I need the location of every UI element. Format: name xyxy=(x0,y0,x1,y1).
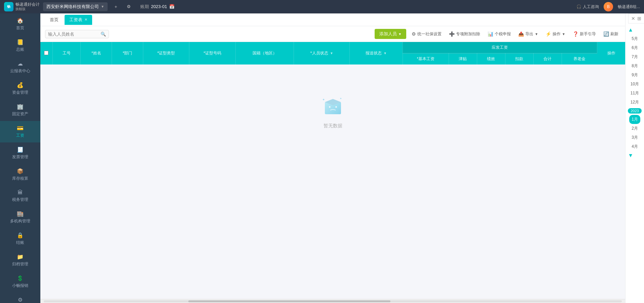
ledger-icon: 📒 xyxy=(17,39,24,45)
sidebar-item-invoice[interactable]: 🧾 发票管理 xyxy=(0,142,40,164)
month-12[interactable]: 12月 xyxy=(628,98,641,107)
export-label: 导出 xyxy=(525,31,533,37)
th-name: *姓名 xyxy=(81,42,112,64)
social-settings-btn[interactable]: ⚙ 统一社保设置 xyxy=(410,30,444,38)
header-left: 畅 畅递通好会计 旗舰版 西安虾米网络科技有限公司 ▼ ＋ ⚙ 账期 2023-… xyxy=(4,2,175,11)
status-filter-icon[interactable]: ▼ xyxy=(330,51,333,55)
service-btn[interactable]: 🎧 人工咨询 xyxy=(576,4,599,10)
sidebar-item-settings[interactable]: ⚙ 基础设置 xyxy=(0,293,40,303)
settings-btn[interactable]: ⚙ xyxy=(124,3,134,10)
search-input[interactable] xyxy=(48,32,99,37)
add-person-label: 添加人员 xyxy=(379,31,397,37)
export-icon: 📤 xyxy=(518,31,524,37)
sidebar-item-ledger[interactable]: 📒 总账 xyxy=(0,35,40,56)
empty-row: ✦ ✦ 暂无数据 xyxy=(40,64,625,156)
top-header: 畅 畅递通好会计 旗舰版 西安虾米网络科技有限公司 ▼ ＋ ⚙ 账期 2023-… xyxy=(0,0,644,13)
sidebar-item-home[interactable]: 🏠 首页 xyxy=(0,13,40,35)
sidebar-label-tax: 税务管理 xyxy=(12,197,28,203)
tab-payroll[interactable]: 工资表 ✕ xyxy=(65,15,92,25)
export-btn[interactable]: 📤 导出 ▼ xyxy=(516,30,540,38)
add-person-btn[interactable]: 添加人员 ▼ xyxy=(375,29,406,39)
tab-close-icon[interactable]: ✕ xyxy=(84,17,87,22)
app-subtitle: 旗舰版 xyxy=(15,7,40,11)
newbie-guide-btn[interactable]: ❓ 新手引导 xyxy=(571,30,598,38)
operations-label: 操作 xyxy=(553,31,561,37)
operations-btn[interactable]: ⚡ 操作 ▼ xyxy=(543,30,567,38)
service-label: 人工咨询 xyxy=(583,4,599,10)
sidebar-label-ledger: 总账 xyxy=(16,47,24,52)
sidebar-label-home: 首页 xyxy=(16,25,24,31)
month-3[interactable]: 3月 xyxy=(628,133,641,142)
month-2[interactable]: 2月 xyxy=(628,124,641,133)
personal-tax-label: 个税申报 xyxy=(495,31,511,37)
right-date-panel: ✕ ⊞ ▲ 5月 6月 7月 8月 9月 10月 11月 12月 2023 1月… xyxy=(625,13,644,303)
sidebar: 🏠 首页 📒 总账 ☁ 云报表中心 💰 资金管理 🏢 固定资产 💳 工资 🧾 发… xyxy=(0,13,40,303)
home-icon: 🏠 xyxy=(17,17,24,24)
payroll-icon: 💳 xyxy=(17,125,24,131)
sidebar-item-multi[interactable]: 🏬 多机构管理 xyxy=(0,207,40,228)
cloud-icon: ☁ xyxy=(17,60,23,67)
period-calendar-icon[interactable]: 📅 xyxy=(169,4,175,9)
month-11[interactable]: 11月 xyxy=(628,89,641,98)
th-dept: *部门 xyxy=(112,42,143,64)
sidebar-item-archive[interactable]: 📁 归档管理 xyxy=(0,250,40,271)
scroll-track[interactable] xyxy=(44,300,622,302)
special-deduct-label: 专项附加扣除 xyxy=(456,31,480,37)
scroll-bar-area xyxy=(40,299,625,303)
sidebar-item-expense[interactable]: 💲 小畅报销 xyxy=(0,271,40,293)
month-7[interactable]: 7月 xyxy=(628,52,641,61)
sidebar-item-payroll[interactable]: 💳 工资 xyxy=(0,121,40,142)
month-8[interactable]: 8月 xyxy=(628,61,641,71)
service-icon: 🎧 xyxy=(576,4,581,9)
main-layout: 🏠 首页 📒 总账 ☁ 云报表中心 💰 资金管理 🏢 固定资产 💳 工资 🧾 发… xyxy=(0,13,644,303)
empty-text: 暂无数据 xyxy=(324,123,342,129)
up-arrow-btn[interactable]: ▲ xyxy=(628,26,641,34)
month-4[interactable]: 4月 xyxy=(628,142,641,151)
tax-icon: 🏛 xyxy=(17,189,23,196)
sidebar-label-payroll: 工资 xyxy=(16,133,24,138)
sidebar-item-assets[interactable]: 🏢 固定资产 xyxy=(0,99,40,121)
select-all-checkbox[interactable] xyxy=(44,51,48,55)
table-header-row-1: 工号 *姓名 *部门 *证型类型 *证型号码 国籍（地区） *人员状态 ▼ 报送… xyxy=(40,42,625,53)
toolbar: 🔍 添加人员 ▼ ⚙ 统一社保设置 ➕ 专项附加扣除 📊 个税申 xyxy=(40,26,625,42)
refresh-icon: 🔄 xyxy=(603,31,609,37)
close-panel-icon[interactable]: ✕ xyxy=(631,16,635,21)
refresh-label: 刷新 xyxy=(610,31,618,37)
user-name[interactable]: 畅递通B组... xyxy=(618,4,640,10)
add-company-btn[interactable]: ＋ xyxy=(111,2,121,11)
month-1[interactable]: 1月 xyxy=(629,115,640,124)
table-container: 工号 *姓名 *部门 *证型类型 *证型号码 国籍（地区） *人员状态 ▼ 报送… xyxy=(40,42,625,299)
tab-home-label: 首页 xyxy=(50,17,59,23)
expense-icon: 💲 xyxy=(17,275,24,282)
th-id-number: *证型号码 xyxy=(189,42,235,64)
date-panel-content: ▲ 5月 6月 7月 8月 9月 10月 11月 12月 2023 1月 2月 … xyxy=(628,26,641,160)
refresh-btn[interactable]: 🔄 刷新 xyxy=(601,30,620,38)
personal-tax-btn[interactable]: 📊 个税申报 xyxy=(486,30,513,38)
sidebar-label-assets: 固定资产 xyxy=(12,111,28,117)
scroll-thumb[interactable] xyxy=(188,300,391,302)
th-salary-group: 应发工资 xyxy=(403,42,597,53)
sidebar-item-close[interactable]: 🔒 结账 xyxy=(0,228,40,250)
sidebar-item-inventory[interactable]: 📦 库存核算 xyxy=(0,164,40,185)
fund-icon: 💰 xyxy=(17,82,24,88)
svg-text:✦: ✦ xyxy=(322,98,325,101)
tab-home[interactable]: 首页 xyxy=(45,15,63,25)
newbie-guide-icon: ❓ xyxy=(573,31,578,37)
down-arrow-btn[interactable]: ▼ xyxy=(628,151,641,160)
month-10[interactable]: 10月 xyxy=(628,80,641,89)
month-5[interactable]: 5月 xyxy=(628,34,641,43)
sidebar-item-tax[interactable]: 🏛 税务管理 xyxy=(0,185,40,207)
month-6[interactable]: 6月 xyxy=(628,43,641,52)
tab-bar: 首页 工资表 ✕ xyxy=(40,13,625,26)
expand-panel-icon[interactable]: ⊞ xyxy=(637,16,641,21)
month-9[interactable]: 9月 xyxy=(628,71,641,80)
content-area: 首页 工资表 ✕ 🔍 添加人员 ▼ ⚙ xyxy=(40,13,625,303)
sidebar-item-fund[interactable]: 💰 资金管理 xyxy=(0,78,40,99)
th-nationality: 国籍（地区） xyxy=(235,42,294,64)
social-settings-icon: ⚙ xyxy=(412,31,416,37)
report-filter-icon[interactable]: ▼ xyxy=(383,51,387,55)
tab-payroll-label: 工资表 xyxy=(69,17,82,23)
sidebar-item-cloud[interactable]: ☁ 云报表中心 xyxy=(0,56,40,78)
special-deduct-btn[interactable]: ➕ 专项附加扣除 xyxy=(447,30,482,38)
company-selector[interactable]: 西安虾米网络科技有限公司 ▼ xyxy=(43,2,108,11)
